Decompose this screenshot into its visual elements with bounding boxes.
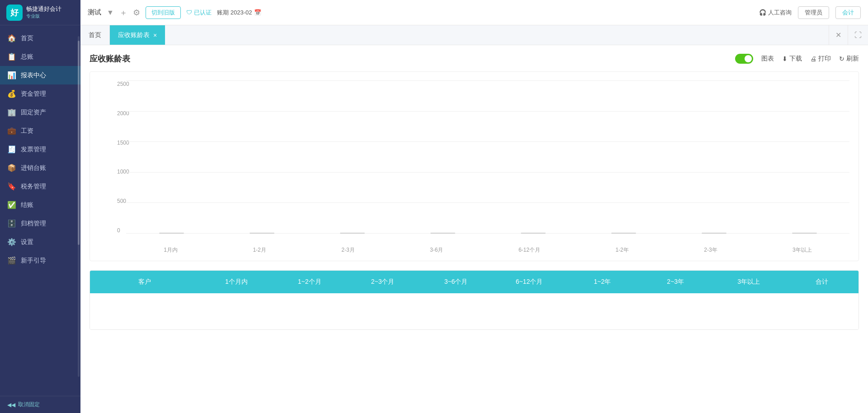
download-button[interactable]: ⬇ 下载 — [782, 55, 802, 63]
print-icon: 🖨 — [810, 55, 816, 62]
add-workspace-icon[interactable]: ＋ — [119, 7, 127, 18]
sidebar-item-reports[interactable]: 📊 报表中心 — [0, 66, 80, 84]
sidebar-item-newbie[interactable]: 🎬 新手引导 — [0, 251, 80, 270]
home-icon: 🏠 — [7, 34, 16, 42]
tab-home-label: 首页 — [89, 31, 101, 39]
sidebar-item-closing[interactable]: ✅ 结账 — [0, 196, 80, 214]
chart-x-labels: 1月内 1-2月 2-3月 3-6月 6-12个月 1-2年 2-3年 3年以上 — [126, 246, 849, 254]
print-button[interactable]: 🖨 打印 — [810, 55, 831, 63]
sidebar-item-closing-label: 结账 — [21, 201, 33, 209]
content-area: 应收账龄表 图表 ⬇ 下载 🖨 打印 ↻ 刷新 — [80, 45, 868, 413]
sidebar-item-newbie-label: 新手引导 — [21, 257, 46, 265]
page-header: 应收账龄表 图表 ⬇ 下载 🖨 打印 ↻ 刷新 — [90, 53, 859, 64]
th-total: 合计 — [785, 271, 859, 293]
bar-group-2-3m — [307, 233, 397, 234]
tab-close-icon[interactable]: × — [153, 32, 157, 39]
switch-old-version-button[interactable]: 切到旧版 — [146, 6, 181, 19]
th-1m: 1个月内 — [200, 271, 273, 293]
maximize-window-button[interactable]: ⛶ — [848, 25, 868, 45]
workspace-settings-icon[interactable]: ⚙ — [133, 8, 140, 18]
bar-1m — [159, 233, 184, 234]
bar-3-6m — [430, 233, 455, 234]
archive-icon: 🗄️ — [7, 219, 16, 228]
logo-text-block: 畅捷通好会计 专业版 — [26, 5, 61, 19]
newbie-icon: 🎬 — [7, 256, 16, 265]
sidebar-item-assets[interactable]: 🏢 固定资产 — [0, 103, 80, 122]
accountant-button[interactable]: 会计 — [835, 6, 861, 19]
funds-icon: 💰 — [7, 89, 16, 98]
admin-button[interactable]: 管理员 — [798, 6, 829, 19]
period-info: 账期 2023-02 📅 — [217, 9, 261, 17]
reports-icon: 📊 — [7, 71, 16, 80]
bar-group-1-2m — [217, 233, 307, 234]
sidebar-item-settings[interactable]: ⚙️ 设置 — [0, 233, 80, 251]
chart-toggle[interactable] — [735, 54, 753, 64]
table-body — [90, 293, 859, 329]
topbar: 测试 ▼ ＋ ⚙ 切到旧版 🛡 已认证 账期 2023-02 📅 🎧 人工咨询 … — [80, 0, 868, 25]
table-empty-area — [90, 293, 859, 329]
sidebar-item-payroll-label: 工资 — [21, 127, 33, 135]
refresh-icon: ↻ — [839, 55, 844, 62]
sidebar-item-archive[interactable]: 🗄️ 归档管理 — [0, 214, 80, 233]
sidebar-unpin-button[interactable]: ◀◀ 取消固定 — [0, 396, 80, 413]
bar-2-3y — [702, 233, 726, 234]
shield-icon: 🛡 — [186, 9, 192, 16]
sidebar: 好 畅捷通好会计 专业版 🏠 首页 📋 总账 📊 报表中心 💰 资金管理 🏢 固… — [0, 0, 80, 413]
consult-button[interactable]: 🎧 人工咨询 — [759, 9, 792, 17]
app-edition: 专业版 — [26, 13, 61, 19]
th-2-3y: 2~3年 — [639, 271, 712, 293]
th-2-3m: 2~3个月 — [346, 271, 420, 293]
sidebar-item-assets-label: 固定资产 — [21, 108, 46, 117]
workspace-dropdown-icon[interactable]: ▼ — [107, 9, 114, 17]
tab-ar-aging-label: 应收账龄表 — [118, 31, 150, 39]
sidebar-item-settings-label: 设置 — [21, 238, 33, 246]
sidebar-item-purchase-label: 进销台账 — [21, 164, 46, 172]
headset-icon: 🎧 — [759, 9, 766, 16]
page-title: 应收账龄表 — [90, 53, 735, 64]
table-header-row: 客户 1个月内 1~2个月 2~3个月 3~6个月 6~12个月 1~2年 2~… — [90, 271, 859, 293]
unpin-icon: ◀◀ — [7, 402, 15, 408]
closing-icon: ✅ — [7, 201, 16, 209]
x-label-3-6m: 3-6月 — [430, 246, 443, 254]
sidebar-item-ledger[interactable]: 📋 总账 — [0, 47, 80, 66]
header-actions: 图表 ⬇ 下载 🖨 打印 ↻ 刷新 — [735, 54, 859, 64]
period-text-label: 账期 — [217, 9, 229, 17]
sidebar-item-tax-label: 税务管理 — [21, 183, 46, 191]
sidebar-item-ledger-label: 总账 — [21, 53, 33, 61]
download-icon: ⬇ — [782, 55, 788, 62]
th-3-6m: 3~6个月 — [420, 271, 493, 293]
bar-group-1m — [126, 233, 217, 234]
bar-6-12m — [521, 233, 546, 234]
sidebar-item-home-label: 首页 — [21, 34, 33, 42]
sidebar-item-home[interactable]: 🏠 首页 — [0, 29, 80, 47]
print-label: 打印 — [818, 55, 831, 63]
refresh-button[interactable]: ↻ 刷新 — [839, 55, 859, 63]
calendar-icon[interactable]: 📅 — [254, 9, 261, 16]
bar-group-3-6m — [397, 233, 488, 234]
close-window-button[interactable]: ✕ — [829, 25, 848, 45]
ledger-icon: 📋 — [7, 52, 16, 61]
topbar-right: 🎧 人工咨询 管理员 会计 — [759, 6, 861, 19]
sidebar-item-payroll[interactable]: 💼 工资 — [0, 122, 80, 140]
page-container: 应收账龄表 图表 ⬇ 下载 🖨 打印 ↻ 刷新 — [80, 45, 868, 413]
tab-ar-aging[interactable]: 应收账龄表 × — [110, 25, 165, 45]
unpin-label: 取消固定 — [18, 401, 40, 408]
sidebar-item-purchase[interactable]: 📦 进销台账 — [0, 159, 80, 177]
consult-label: 人工咨询 — [768, 9, 792, 17]
payroll-icon: 💼 — [7, 127, 16, 135]
tab-home[interactable]: 首页 — [80, 25, 110, 45]
x-label-1m: 1月内 — [164, 246, 178, 254]
sidebar-item-invoice[interactable]: 🧾 发票管理 — [0, 140, 80, 159]
sidebar-scroll-thumb — [78, 41, 80, 245]
th-customer: 客户 — [90, 271, 200, 293]
x-label-2-3m: 2-3月 — [341, 246, 354, 254]
tabs-bar: 首页 应收账龄表 × ✕ ⛶ — [80, 25, 868, 45]
refresh-label: 刷新 — [846, 55, 859, 63]
settings-icon: ⚙️ — [7, 238, 16, 246]
x-label-6-12m: 6-12个月 — [519, 246, 540, 254]
sidebar-item-funds[interactable]: 💰 资金管理 — [0, 84, 80, 103]
x-label-1-2m: 1-2月 — [253, 246, 266, 254]
th-1-2m: 1~2个月 — [273, 271, 346, 293]
sidebar-item-tax[interactable]: 🔖 税务管理 — [0, 177, 80, 196]
chart-bars-area — [126, 81, 849, 234]
